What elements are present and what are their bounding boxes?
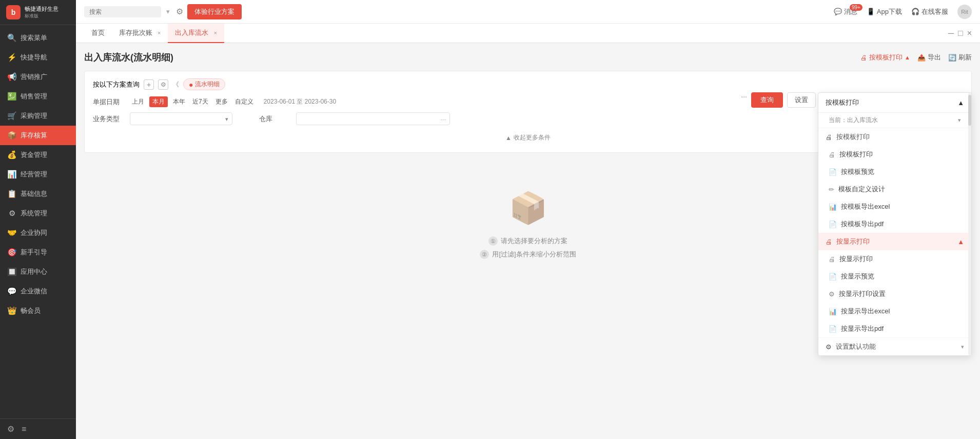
dropdown-item-display-settings[interactable]: ⚙ 按显示打印设置	[818, 285, 971, 303]
dropdown-item-display-pdf[interactable]: 📄 按显示导出pdf	[818, 320, 971, 337]
topbar-dropdown-arrow[interactable]: ▾	[166, 8, 170, 15]
tabbar-actions: ─ □ ×	[948, 29, 972, 38]
date-range-display: 2023-06-01 至 2023-06-30	[264, 97, 336, 106]
sidebar-item-quick-nav-label: 快捷导航	[21, 53, 47, 62]
sidebar-item-sales[interactable]: 💹 销售管理	[0, 87, 76, 106]
topbar-gear-icon[interactable]: ⚙	[176, 7, 183, 16]
step-1-number: ①	[488, 236, 498, 246]
export-button[interactable]: 📤 导出	[917, 53, 941, 62]
sidebar-item-system[interactable]: ⚙ 系统管理	[0, 204, 76, 223]
warehouse-input[interactable]	[296, 112, 450, 125]
refresh-icon: 🔄	[948, 54, 956, 62]
sidebar-item-app-center[interactable]: 🔲 应用中心	[0, 262, 76, 282]
sidebar-item-search[interactable]: 🔍 搜索菜单	[0, 28, 76, 48]
filter-add-button[interactable]: +	[144, 79, 154, 90]
tab-batch-account-close-icon[interactable]: ×	[158, 30, 161, 36]
dropdown-scroll-thumb	[968, 95, 971, 126]
business-type-select-wrap	[130, 112, 232, 125]
filter-collapse-icon[interactable]: 《	[172, 80, 179, 89]
current-item-chevron: ▾	[958, 117, 961, 124]
date-shortcut-more[interactable]: 更多	[213, 96, 230, 107]
date-shortcut-year[interactable]: 本年	[171, 96, 187, 107]
sidebar: b 畅捷通好生意 标准版 🔍 搜索菜单 ⚡ 快捷导航 📢 营销推广 💹 销售管理…	[0, 0, 76, 439]
dropdown-item-template-pdf[interactable]: 📄 按模板导出pdf	[818, 215, 971, 233]
date-shortcut-current-month[interactable]: 本月	[149, 96, 168, 107]
dropdown-item-display-print[interactable]: 🖨 按显示打印	[818, 250, 971, 268]
query-button[interactable]: 查询	[751, 92, 783, 108]
tab-close-icon[interactable]: ×	[967, 29, 972, 38]
wechat-icon: 💬	[7, 287, 16, 296]
template-print-label: 按模板打印	[839, 150, 873, 159]
sidebar-item-purchase[interactable]: 🛒 采购管理	[0, 106, 76, 126]
settings-button[interactable]: 设置	[787, 92, 816, 108]
dropdown-footer-content: ⚙ 设置默认功能	[826, 342, 876, 351]
sidebar-item-basic-label: 基础信息	[21, 189, 47, 198]
dropdown-item-template-custom[interactable]: ✏ 模板自定义设计	[818, 181, 971, 198]
tab-home[interactable]: 首页	[84, 24, 112, 43]
display-section-header[interactable]: 🖨 按显示打印 ▲	[818, 233, 971, 250]
sidebar-item-guide[interactable]: 🎯 新手引导	[0, 243, 76, 262]
tab-batch-account[interactable]: 库存批次账 ×	[112, 24, 168, 43]
app-download-label: App下载	[877, 7, 902, 16]
display-section-icon: 🖨	[826, 238, 832, 246]
page-title: 出入库流水(流水明细)	[84, 51, 173, 64]
sidebar-item-cooperation[interactable]: 🤝 企业协同	[0, 223, 76, 243]
print-dropdown-arrow[interactable]: ▲	[905, 54, 910, 61]
sidebar-item-wechat[interactable]: 💬 企业微信	[0, 282, 76, 301]
date-shortcut-7days[interactable]: 近7天	[190, 96, 210, 107]
user-avatar[interactable]: Rit	[957, 5, 972, 19]
online-service-group[interactable]: 🎧 在线客服	[911, 7, 948, 16]
dropdown-item-template-print[interactable]: 🖨 按模板打印	[818, 146, 971, 163]
template-print-icon: 🖨	[829, 151, 835, 158]
footer-chevron: ▾	[961, 344, 964, 350]
dropdown-item-display-excel[interactable]: 📊 按显示导出excel	[818, 303, 971, 320]
app-name: 畅捷通好生意	[25, 5, 58, 12]
purchase-icon: 🛒	[7, 111, 16, 121]
sidebar-item-cooperation-label: 企业协同	[21, 228, 47, 237]
dropdown-header: 按模板打印 ▲	[818, 93, 971, 113]
operation-icon: 📊	[7, 170, 16, 179]
search-input[interactable]	[84, 6, 161, 17]
print-template-button[interactable]: 🖨 按模板打印 ▲	[860, 53, 910, 62]
sidebar-logo: b 畅捷通好生意 标准版	[0, 0, 76, 25]
sidebar-item-member[interactable]: 👑 畅会员	[0, 301, 76, 321]
tab-minimize-icon[interactable]: ─	[948, 29, 954, 38]
step-2-number: ②	[480, 250, 489, 259]
online-service-label: 在线客服	[922, 7, 948, 16]
dropdown-scrollbar[interactable]	[968, 93, 971, 355]
sidebar-item-operation[interactable]: 📊 经营管理	[0, 165, 76, 184]
dropdown-item-display-preview[interactable]: 📄 按显示预览	[818, 268, 971, 285]
filter-settings-button[interactable]: ⚙	[158, 79, 168, 90]
sidebar-item-inventory[interactable]: 📦 库存核算	[0, 126, 76, 145]
warehouse-more-icon[interactable]: ···	[440, 115, 446, 123]
tab-batch-account-label: 库存批次账	[119, 28, 152, 37]
sidebar-nav: 🔍 搜索菜单 ⚡ 快捷导航 📢 营销推广 💹 销售管理 🛒 采购管理 📦 库存核…	[0, 25, 76, 418]
date-shortcut-custom[interactable]: 自定义	[233, 96, 256, 107]
display-section-title: 按显示打印	[836, 237, 870, 246]
sidebar-settings-icon[interactable]: ⚙	[7, 424, 14, 434]
dropdown-chevron-up[interactable]: ▲	[957, 99, 964, 107]
tab-inventory-flow-close-icon[interactable]: ×	[213, 30, 217, 36]
dropdown-item-template-preview[interactable]: 📄 按模板预览	[818, 163, 971, 181]
tab-inventory-flow[interactable]: 出入库流水 ×	[168, 24, 224, 43]
dropdown-footer[interactable]: ⚙ 设置默认功能 ▾	[818, 337, 971, 355]
sidebar-menu-icon[interactable]: ≡	[22, 425, 26, 434]
industry-solution-button[interactable]: 体验行业方案	[187, 4, 242, 19]
refresh-button[interactable]: 🔄 刷新	[948, 53, 972, 62]
dropdown-footer-label: 设置默认功能	[836, 342, 876, 351]
warehouse-label: 仓库	[259, 114, 290, 124]
app-download-group[interactable]: 📱 App下载	[867, 7, 902, 16]
date-shortcut-prev-month[interactable]: 上月	[130, 96, 146, 107]
sidebar-item-marketing[interactable]: 📢 营销推广	[0, 67, 76, 87]
dropdown-item-template-excel[interactable]: 📊 按模板导出excel	[818, 198, 971, 215]
sidebar-item-finance[interactable]: 💰 资金管理	[0, 145, 76, 165]
tab-maximize-icon[interactable]: □	[958, 29, 963, 38]
business-type-select[interactable]	[130, 112, 232, 125]
topbar-right: 💬 消息 99+ 📱 App下载 🎧 在线客服 Rit	[834, 5, 972, 19]
display-pdf-icon: 📄	[829, 325, 837, 333]
dropdown-current-item[interactable]: 当前：出入库流水 ▾	[818, 113, 971, 128]
sidebar-item-basic[interactable]: 📋 基础信息	[0, 184, 76, 204]
sidebar-item-quick-nav[interactable]: ⚡ 快捷导航	[0, 48, 76, 67]
messages-group[interactable]: 💬 消息 99+	[834, 7, 857, 16]
ellipsis-button[interactable]: ···	[741, 92, 747, 108]
